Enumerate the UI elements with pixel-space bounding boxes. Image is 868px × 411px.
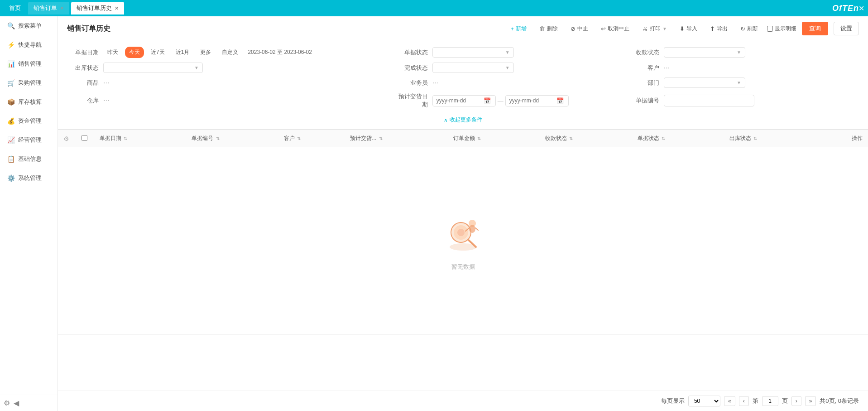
tab-sales-order[interactable]: 销售订单 ✕	[28, 2, 69, 15]
sort-amount-icon: ⇅	[477, 136, 481, 141]
out-status-label: 出库状态	[67, 64, 103, 72]
date-label: 单据日期	[67, 48, 103, 57]
show-detail-checkbox[interactable]	[767, 26, 773, 32]
col-receipt-status[interactable]: 收款状态 ⇅	[540, 130, 632, 147]
col-date[interactable]: 单据日期 ⇅	[94, 130, 186, 147]
prev-page-button[interactable]: ‹	[739, 396, 749, 406]
date-btn-last1m[interactable]: 近1月	[172, 47, 194, 58]
date-btn-more[interactable]: 更多	[196, 47, 215, 58]
total-info: 共0页, 0条记录	[820, 397, 859, 405]
warehouse-dots-icon[interactable]: ···	[103, 97, 109, 105]
sort-expected-date-icon: ⇅	[379, 136, 383, 141]
salesperson-dots-icon[interactable]: ···	[432, 79, 438, 87]
sidebar-item-inventory[interactable]: 📦 库存核算	[0, 92, 58, 111]
expected-date-start-input[interactable]: 📅	[432, 95, 496, 106]
table-settings-icon[interactable]: ⚙	[63, 135, 69, 142]
first-page-button[interactable]: «	[724, 396, 735, 406]
import-button[interactable]: ⬇ 导入	[676, 23, 701, 34]
date-dash-separator: —	[498, 97, 504, 104]
table-area: ⚙ 单据日期 ⇅ 单据编号 ⇅	[58, 130, 868, 391]
delete-icon: 🗑	[539, 25, 545, 32]
col-out-status[interactable]: 出库状态 ⇅	[724, 130, 816, 147]
settings-button[interactable]: 设置	[834, 22, 859, 35]
department-label: 部门	[628, 79, 664, 87]
empty-illustration	[441, 211, 486, 256]
purchase-mgmt-icon: 🛒	[7, 79, 14, 87]
sort-no-icon: ⇅	[216, 136, 220, 141]
svg-point-6	[469, 225, 475, 233]
window-close-icon[interactable]: ✕	[858, 4, 864, 13]
select-all-checkbox[interactable]	[82, 135, 87, 141]
sidebar-bottom-settings-icon[interactable]: ⚙	[4, 399, 10, 407]
bill-no-label: 单据编号	[628, 97, 664, 105]
filter-area: 单据日期 昨天 今天 近7天 近1月 更多 自定义 2023-06-02 至 2…	[58, 41, 868, 130]
print-button[interactable]: 🖨 打印 ▼	[638, 23, 671, 34]
export-icon: ⬆	[710, 25, 715, 32]
quick-nav-icon: ⚡	[7, 41, 14, 48]
delete-button[interactable]: 🗑 删除	[536, 23, 561, 34]
bill-no-input[interactable]	[664, 95, 754, 106]
complete-status-select[interactable]: ▼	[432, 63, 514, 73]
sort-date-icon: ⇅	[124, 136, 127, 141]
calendar-start-icon[interactable]: 📅	[484, 97, 491, 104]
date-btn-yesterday[interactable]: 昨天	[103, 47, 122, 58]
print-icon: 🖨	[642, 25, 648, 32]
col-bill-status[interactable]: 单据状态 ⇅	[632, 130, 724, 147]
col-expected-date[interactable]: 预计交货... ⇅	[345, 130, 447, 147]
toolbar: + 新增 🗑 删除 ⊘ 中止 ↩ 取消中止 🖨 打印	[507, 22, 859, 35]
sidebar-item-operations[interactable]: 📈 经营管理	[0, 131, 58, 150]
close-tab-sales-order-history[interactable]: ✕	[115, 5, 119, 11]
expected-date-end-field[interactable]	[509, 97, 555, 104]
col-amount[interactable]: 订单金额 ⇅	[448, 130, 540, 147]
out-status-select[interactable]: ▼	[103, 63, 203, 73]
query-button[interactable]: 查询	[802, 22, 828, 35]
receipt-status-select[interactable]: ▼	[664, 47, 745, 58]
page-size-select[interactable]: 50 10 20 100	[688, 396, 720, 406]
cancel-stop-button[interactable]: ↩ 取消中止	[597, 23, 633, 34]
date-btn-today[interactable]: 今天	[125, 47, 144, 58]
operations-icon: 📈	[7, 136, 14, 144]
sidebar-item-quick-nav[interactable]: ⚡ 快捷导航	[0, 35, 58, 54]
show-detail-checkbox-label[interactable]: 显示明细	[767, 25, 796, 33]
calendar-end-icon[interactable]: 📅	[556, 97, 564, 104]
receipt-status-label: 收款状态	[628, 48, 664, 57]
product-dots-icon[interactable]: ···	[103, 79, 109, 87]
export-button[interactable]: ⬆ 导出	[706, 23, 731, 34]
sidebar-item-sales-mgmt[interactable]: 📊 销售管理	[0, 54, 58, 73]
date-btn-custom[interactable]: 自定义	[218, 47, 242, 58]
date-btn-last7[interactable]: 近7天	[147, 47, 169, 58]
add-button[interactable]: + 新增	[507, 23, 531, 34]
stop-button[interactable]: ⊘ 中止	[567, 23, 592, 34]
page-input[interactable]	[762, 396, 778, 406]
tab-sales-order-history[interactable]: 销售订单历史 ✕	[71, 2, 124, 15]
sidebar-item-purchase-mgmt[interactable]: 🛒 采购管理	[0, 73, 58, 92]
brand-logo: OfTEn	[832, 4, 859, 13]
expected-date-end-input[interactable]: 📅	[505, 95, 569, 106]
refresh-button[interactable]: ↻ 刷新	[737, 23, 762, 34]
empty-text: 暂无数据	[451, 263, 475, 271]
sidebar-item-search-menu[interactable]: 🔍 搜索菜单	[0, 16, 58, 35]
bill-status-arrow-icon: ▼	[505, 50, 510, 55]
customer-dots-icon[interactable]: ···	[664, 64, 670, 72]
expected-date-start-field[interactable]	[436, 97, 482, 104]
inventory-icon: 📦	[7, 98, 14, 106]
product-label: 商品	[67, 79, 103, 87]
department-select[interactable]: ▼	[664, 77, 745, 88]
tab-home[interactable]: 首页	[4, 2, 26, 14]
sidebar-collapse-icon[interactable]: ◀	[14, 399, 19, 407]
last-page-button[interactable]: »	[805, 396, 816, 406]
sidebar-item-basic-info[interactable]: 📋 基础信息	[0, 150, 58, 169]
col-no[interactable]: 单据编号 ⇅	[186, 130, 278, 147]
collapse-button[interactable]: ∧ 收起更多条件	[67, 113, 859, 124]
page-header: 销售订单历史 + 新增 🗑 删除 ⊘ 中止 ↩ 取消中止	[58, 16, 868, 41]
sales-mgmt-icon: 📊	[7, 60, 14, 68]
sidebar-item-sys-mgmt[interactable]: ⚙️ 系统管理	[0, 169, 58, 188]
finance-icon: 💰	[7, 117, 14, 125]
data-table: ⚙ 单据日期 ⇅ 单据编号 ⇅	[58, 130, 868, 335]
department-arrow-icon: ▼	[737, 80, 741, 85]
sidebar-item-finance[interactable]: 💰 资金管理	[0, 111, 58, 131]
close-tab-sales-order[interactable]: ✕	[60, 5, 64, 11]
next-page-button[interactable]: ›	[791, 396, 801, 406]
bill-status-select[interactable]: ▼	[432, 47, 514, 58]
col-customer[interactable]: 客户 ⇅	[278, 130, 345, 147]
